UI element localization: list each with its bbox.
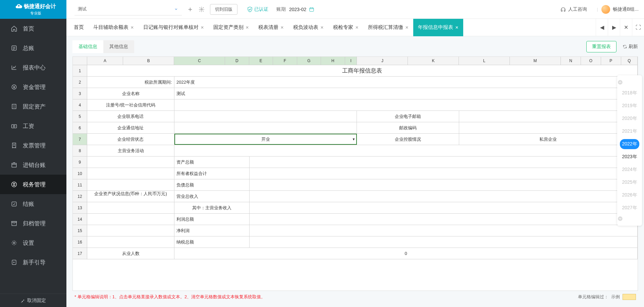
cell[interactable] (174, 145, 638, 156)
row-header[interactable]: 5 (73, 111, 87, 122)
cell[interactable] (250, 214, 638, 225)
row-header[interactable]: 7 (73, 134, 87, 145)
cell[interactable]: 企业资产状况信息(币种：人民币万元) (87, 191, 174, 202)
row-header[interactable]: 3 (73, 88, 87, 99)
col-header[interactable]: P (601, 57, 621, 65)
col-header[interactable]: A (87, 57, 123, 65)
year-item[interactable]: 2027年 (617, 202, 642, 214)
cell[interactable] (87, 225, 174, 236)
unpin-button[interactable]: 取消固定 (0, 294, 66, 307)
cell[interactable]: 税款所属期间: (87, 77, 174, 88)
cell[interactable]: 工商年报信息表 (87, 65, 638, 76)
company-selector[interactable]: 测试 (74, 3, 182, 15)
tab[interactable]: 税负波动表✕ (288, 19, 328, 36)
tabs-close-icon[interactable]: ✕ (620, 19, 632, 36)
col-header[interactable]: I (345, 57, 357, 65)
row-header[interactable]: 12 (73, 191, 87, 202)
col-header[interactable]: H (321, 57, 345, 65)
cell[interactable] (87, 157, 174, 168)
sidebar-item-home[interactable]: 首页 (0, 19, 66, 38)
cell[interactable] (174, 99, 638, 111)
year-item[interactable]: 2026年 (617, 189, 642, 202)
cell[interactable]: 测试 (174, 88, 638, 99)
cell[interactable]: 所有者权益合计 (174, 168, 250, 179)
close-icon[interactable]: ✕ (320, 25, 324, 30)
col-header[interactable]: J (357, 57, 408, 65)
cell[interactable] (250, 202, 638, 213)
calendar-icon[interactable] (309, 7, 314, 12)
cell[interactable]: 负债总额 (174, 179, 250, 190)
cell[interactable] (174, 122, 357, 133)
cell[interactable]: 企业通信地址 (87, 122, 174, 133)
cell[interactable] (87, 179, 174, 190)
col-header[interactable]: M (510, 57, 561, 65)
sidebar-item-archive[interactable]: 归档管理 (0, 214, 66, 233)
tab[interactable]: 固定资产类别✕ (209, 19, 254, 36)
switch-old-version-button[interactable]: 切到旧版 (210, 4, 237, 15)
cell[interactable]: 主营业务活动 (87, 145, 174, 156)
avatar[interactable] (601, 5, 610, 14)
sidebar-item-guide[interactable]: 新手引导 (0, 253, 66, 272)
row-header[interactable]: 16 (73, 236, 87, 248)
year-item[interactable]: 2025年 (617, 176, 642, 189)
year-item[interactable]: 2022年 (620, 139, 639, 149)
col-header[interactable]: L (459, 57, 510, 65)
tab[interactable]: 所得税汇算清缴✕ (363, 19, 413, 36)
cell[interactable] (459, 122, 638, 133)
sub-tab[interactable]: 其他信息 (103, 40, 134, 53)
row-header[interactable]: 11 (73, 179, 87, 190)
cell[interactable]: 企业联系电话 (87, 111, 174, 122)
cell[interactable]: 注册号/统一社会信用代码 (87, 99, 174, 111)
year-item[interactable]: 2019年 (617, 99, 642, 112)
sidebar-item-invoice[interactable]: 发票管理 (0, 136, 66, 155)
cell[interactable] (174, 111, 357, 122)
year-up-icon[interactable] (617, 78, 642, 87)
user-name[interactable]: 畅捷通B组... (613, 6, 639, 12)
col-header[interactable]: O (581, 57, 601, 65)
cell[interactable] (459, 111, 638, 122)
cell[interactable]: 利润总额 (174, 214, 250, 225)
cell[interactable] (250, 168, 638, 179)
cell[interactable] (87, 202, 174, 213)
year-down-icon[interactable] (617, 214, 642, 223)
row-header[interactable]: 9 (73, 157, 87, 168)
cell[interactable]: 企业名称 (87, 88, 174, 99)
col-header[interactable]: E (249, 57, 273, 65)
sidebar-item-settings[interactable]: 设置 (0, 233, 66, 253)
col-header[interactable]: C (174, 57, 225, 65)
sidebar-item-ledger[interactable]: 总账 (0, 38, 66, 58)
row-header[interactable]: 17 (73, 248, 87, 259)
row-header[interactable]: 6 (73, 122, 87, 133)
close-icon[interactable]: ✕ (130, 25, 134, 30)
refresh-button[interactable]: 刷新 (623, 44, 638, 50)
cell[interactable]: 企业电子邮箱 (357, 111, 459, 122)
cell[interactable] (87, 214, 174, 225)
tab[interactable]: 日记账与银行对账单核对✕ (139, 19, 209, 36)
cell[interactable]: 0 (174, 248, 638, 259)
tabs-expand-icon[interactable]: ⛶ (632, 19, 644, 36)
period-value[interactable]: 2023-02 (289, 7, 306, 12)
sidebar-item-salary[interactable]: 工资 (0, 116, 66, 136)
sub-tab[interactable]: 基础信息 (72, 40, 103, 53)
row-header[interactable]: 15 (73, 225, 87, 236)
cell[interactable]: 其中：主营业务收入 (174, 202, 250, 213)
year-item[interactable]: 2024年 (617, 163, 642, 176)
cell[interactable]: 资产总额 (174, 157, 250, 168)
tab[interactable]: 斗目辅助余额表✕ (89, 19, 139, 36)
tab[interactable]: 税表清册✕ (254, 19, 288, 36)
sidebar-item-tax[interactable]: 税务管理 (0, 175, 66, 194)
sheet-scrollbar-h[interactable] (73, 284, 630, 291)
col-header[interactable]: N (561, 57, 581, 65)
cell[interactable]: 邮政编码 (357, 122, 459, 133)
cell[interactable]: 净利润 (174, 225, 250, 236)
cell[interactable] (87, 168, 174, 179)
sidebar-item-money[interactable]: 资金管理 (0, 77, 66, 97)
cell[interactable] (250, 191, 638, 202)
row-header[interactable]: 4 (73, 99, 87, 111)
year-item[interactable]: 2023年 (617, 150, 642, 163)
row-header[interactable]: 13 (73, 202, 87, 213)
close-icon[interactable]: ✕ (246, 25, 249, 30)
sidebar-item-inventory[interactable]: 进销台账 (0, 155, 66, 175)
sidebar-item-chart[interactable]: 报表中心 (0, 58, 66, 77)
close-icon[interactable]: ✕ (355, 25, 359, 30)
